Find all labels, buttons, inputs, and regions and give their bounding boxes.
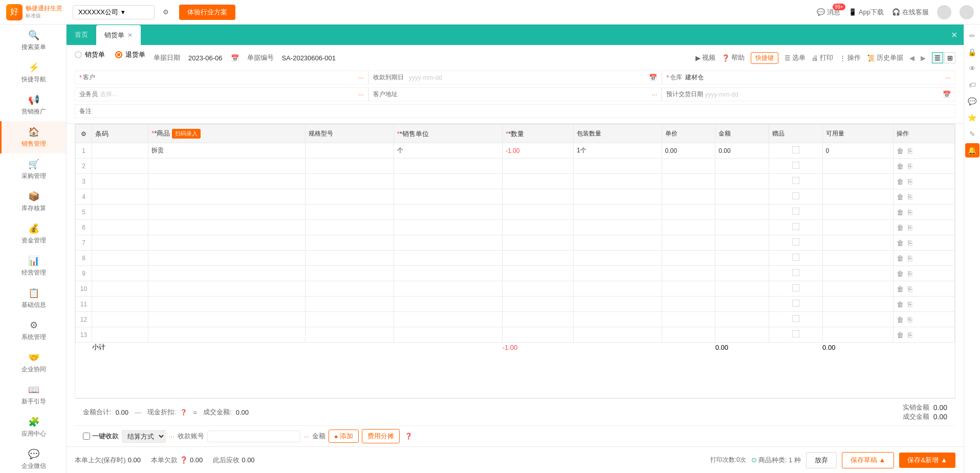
sidebar-item-inventory[interactable]: 📦 库存核算 bbox=[0, 186, 66, 218]
payment-method-select[interactable]: 结算方式 bbox=[122, 430, 166, 443]
cell-barcode[interactable] bbox=[92, 220, 148, 235]
cell-barcode[interactable] bbox=[92, 266, 148, 281]
cell-unit-price[interactable] bbox=[662, 205, 715, 220]
cell-product[interactable] bbox=[148, 297, 306, 312]
cell-barcode[interactable] bbox=[92, 251, 148, 266]
cell-gift[interactable] bbox=[769, 174, 822, 189]
due-date-input[interactable]: yyyy-mm-dd bbox=[409, 74, 649, 81]
sidebar-item-system[interactable]: ⚙ 系统管理 bbox=[0, 314, 66, 347]
sidebar-item-marketing[interactable]: 📢 营销推广 bbox=[0, 89, 66, 121]
right-panel-edit[interactable]: ✏ bbox=[965, 29, 979, 43]
cell-spec[interactable] bbox=[306, 251, 394, 266]
cell-barcode[interactable] bbox=[92, 174, 148, 189]
cell-pack-qty[interactable]: 1个 bbox=[574, 143, 662, 159]
copy-icon[interactable]: ⎘ bbox=[908, 254, 912, 262]
cell-barcode[interactable] bbox=[92, 281, 148, 297]
cell-barcode[interactable] bbox=[92, 235, 148, 251]
cell-amount[interactable] bbox=[715, 220, 769, 235]
gift-checkbox[interactable] bbox=[792, 223, 799, 230]
cell-gift[interactable] bbox=[769, 159, 822, 174]
cell-unit-price[interactable] bbox=[662, 266, 715, 281]
copy-icon[interactable]: ⎘ bbox=[908, 193, 912, 201]
warehouse-dots-icon[interactable]: ··· bbox=[945, 74, 951, 81]
cell-quantity[interactable] bbox=[503, 220, 574, 235]
delete-icon[interactable]: 🗑 bbox=[897, 208, 904, 216]
delete-icon[interactable]: 🗑 bbox=[897, 269, 904, 278]
gift-checkbox[interactable] bbox=[792, 238, 799, 245]
cell-amount[interactable] bbox=[715, 159, 769, 174]
help-btn[interactable]: ❓帮助 bbox=[722, 53, 745, 62]
cell-product[interactable]: 拆贡 bbox=[148, 143, 306, 159]
cell-spec[interactable] bbox=[306, 159, 394, 174]
delete-icon[interactable]: 🗑 bbox=[897, 193, 904, 201]
calendar-icon[interactable]: 📅 bbox=[231, 54, 239, 62]
sidebar-item-search[interactable]: 🔍 搜索菜单 bbox=[0, 25, 66, 57]
video-btn[interactable]: ▶视频 bbox=[695, 53, 715, 62]
question-icon-discount[interactable]: ❓ bbox=[180, 409, 187, 416]
cell-sales-unit[interactable] bbox=[394, 174, 502, 189]
cell-sales-unit[interactable] bbox=[394, 266, 502, 281]
cell-product[interactable] bbox=[148, 327, 306, 343]
gift-checkbox[interactable] bbox=[792, 330, 799, 337]
cell-gift[interactable] bbox=[769, 266, 822, 281]
cell-spec[interactable] bbox=[306, 312, 394, 327]
due-date-calendar-icon[interactable]: 📅 bbox=[649, 74, 657, 81]
cell-spec[interactable] bbox=[306, 266, 394, 281]
settings-icon[interactable]: ⚙ bbox=[159, 5, 173, 19]
cell-sales-unit[interactable] bbox=[394, 312, 502, 327]
expense-split-btn[interactable]: 费用分摊 bbox=[362, 429, 400, 443]
cell-sales-unit[interactable] bbox=[394, 281, 502, 297]
cell-barcode[interactable] bbox=[92, 327, 148, 343]
copy-icon[interactable]: ⎘ bbox=[908, 208, 912, 216]
cell-barcode[interactable] bbox=[92, 159, 148, 174]
cell-pack-qty[interactable] bbox=[574, 251, 662, 266]
cell-quantity[interactable] bbox=[503, 205, 574, 220]
cell-sales-unit[interactable] bbox=[394, 220, 502, 235]
cell-gift[interactable] bbox=[769, 205, 822, 220]
cell-barcode[interactable] bbox=[92, 205, 148, 220]
cell-amount[interactable] bbox=[715, 327, 769, 343]
gift-checkbox[interactable] bbox=[792, 192, 799, 199]
save-draft-btn[interactable]: 保存草稿 ▲ bbox=[842, 452, 895, 468]
cell-product[interactable] bbox=[148, 235, 306, 251]
gift-checkbox[interactable] bbox=[792, 146, 799, 153]
sidebar-item-appstore[interactable]: 🧩 应用中心 bbox=[0, 411, 66, 443]
discard-btn[interactable]: 放弃 bbox=[806, 452, 837, 468]
sidebar-item-enterprise[interactable]: 🤝 企业协同 bbox=[0, 347, 66, 379]
right-panel-lock[interactable]: 🔒 bbox=[965, 45, 979, 59]
copy-icon[interactable]: ⎘ bbox=[908, 316, 912, 324]
cell-spec[interactable] bbox=[306, 235, 394, 251]
copy-icon[interactable]: ⎘ bbox=[908, 269, 912, 278]
account-input[interactable] bbox=[207, 431, 300, 442]
sidebar-item-sales[interactable]: 🏠 销售管理 bbox=[0, 121, 66, 153]
copy-icon[interactable]: ⎘ bbox=[908, 300, 912, 308]
radio-sale[interactable]: 销货单 bbox=[75, 50, 105, 59]
delete-icon[interactable]: 🗑 bbox=[897, 147, 904, 155]
cell-quantity[interactable] bbox=[503, 159, 574, 174]
cell-product[interactable] bbox=[148, 266, 306, 281]
cell-pack-qty[interactable] bbox=[574, 327, 662, 343]
tab-close-all[interactable]: ✕ bbox=[945, 30, 964, 40]
operate-btn[interactable]: ⋮操作 bbox=[839, 53, 861, 62]
cell-quantity[interactable] bbox=[503, 189, 574, 205]
right-panel-chat[interactable]: 💬 bbox=[965, 94, 979, 108]
cell-product[interactable] bbox=[148, 220, 306, 235]
gift-checkbox[interactable] bbox=[792, 284, 799, 291]
cell-barcode[interactable] bbox=[92, 312, 148, 327]
cell-quantity[interactable] bbox=[503, 312, 574, 327]
cell-amount[interactable] bbox=[715, 297, 769, 312]
cell-quantity[interactable] bbox=[503, 235, 574, 251]
cell-product[interactable] bbox=[148, 205, 306, 220]
cell-sales-unit[interactable] bbox=[394, 251, 502, 266]
cell-unit-price[interactable] bbox=[662, 251, 715, 266]
cell-unit-price[interactable] bbox=[662, 159, 715, 174]
cell-product[interactable] bbox=[148, 251, 306, 266]
cell-amount[interactable] bbox=[715, 189, 769, 205]
cell-sales-unit[interactable] bbox=[394, 205, 502, 220]
cell-gift[interactable] bbox=[769, 251, 822, 266]
cell-unit-price[interactable] bbox=[662, 297, 715, 312]
cell-product[interactable] bbox=[148, 174, 306, 189]
copy-icon[interactable]: ⎘ bbox=[908, 285, 912, 293]
tab-close-icon[interactable]: ✕ bbox=[127, 32, 133, 39]
cell-pack-qty[interactable] bbox=[574, 159, 662, 174]
